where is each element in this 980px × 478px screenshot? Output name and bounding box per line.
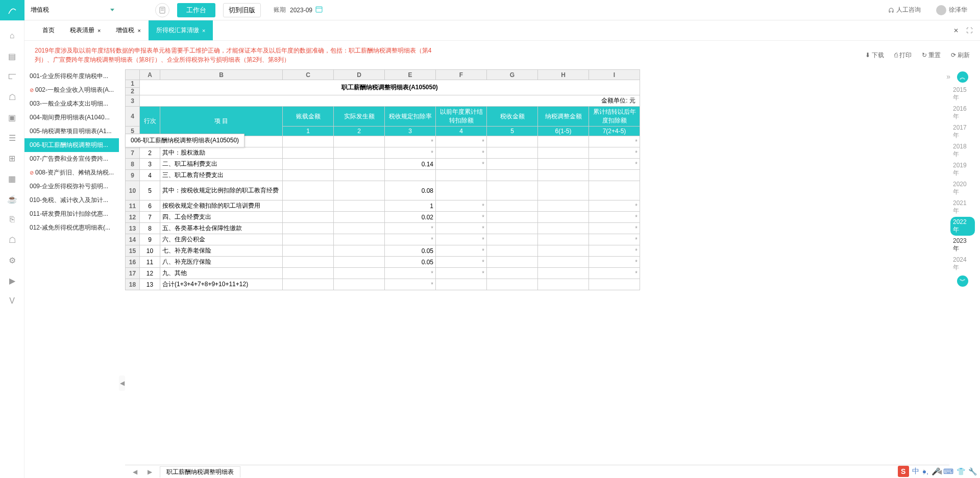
nav-clipboard-icon[interactable]: ▣ [0,107,24,128]
row-header[interactable]: 9 [126,170,140,181]
cell-c2[interactable] [334,245,385,257]
year-item[interactable]: 2016年 [950,104,975,122]
forms-list[interactable]: 001-企业所得税年度纳税申...⊘002-一般企业收入明细表(A...003-… [24,69,119,478]
app-logo[interactable] [0,0,24,20]
cell-c1[interactable] [283,257,334,268]
row-header[interactable]: 12 [126,212,140,223]
nav-gear-icon[interactable]: ⚙ [0,250,24,270]
close-icon[interactable]: × [97,28,101,34]
cell-seq[interactable]: 6 [140,200,160,212]
cell-c2[interactable] [334,159,385,170]
cell-item[interactable]: 按税收规定全额扣除的职工培训费用 [160,200,283,212]
cell-c7[interactable] [589,170,640,181]
nav-inbox-icon[interactable]: ☖ [0,230,24,250]
cell-c3[interactable]: * [385,279,436,290]
row-header[interactable]: 8 [126,159,140,170]
cell-seq[interactable]: 11 [140,257,160,268]
forms-list-item[interactable]: 010-免税、减计收入及加计... [24,193,119,207]
nav-chart-icon[interactable]: ⫍ [0,66,24,87]
cell-c1[interactable] [283,245,334,257]
cell-c4[interactable]: * [436,245,487,257]
row-header[interactable]: 7 [126,147,140,159]
cell-c7[interactable] [589,181,640,200]
cell-c6[interactable] [538,170,589,181]
nav-folder-icon[interactable]: ⎘ [0,209,24,230]
cell-c6[interactable] [538,147,589,159]
cell-seq[interactable]: 8 [140,223,160,234]
cell-item[interactable]: 五、各类基本社会保障性缴款 [160,223,283,234]
cell-item[interactable]: 合计(1+3+4+7+8+9+10+11+12) [160,279,283,290]
tab[interactable]: 首页 [35,20,62,40]
download-button[interactable]: ⬇下载 [865,51,884,60]
cell-c4[interactable] [436,181,487,200]
cell-c5[interactable] [487,223,538,234]
cell-c6[interactable] [538,212,589,223]
old-version-button[interactable]: 切到旧版 [223,3,261,17]
row-header[interactable]: 1 [126,80,140,88]
cell-c4[interactable]: * [436,268,487,279]
cell-c2[interactable] [334,223,385,234]
cell-c5[interactable] [487,200,538,212]
forms-list-item[interactable]: 009-企业所得税弥补亏损明... [24,180,119,193]
cell-c6[interactable] [538,234,589,245]
forms-list-item[interactable]: 004-期间费用明细表(A1040... [24,111,119,124]
cell-c5[interactable] [487,170,538,181]
cell-c1[interactable] [283,223,334,234]
cell-c5[interactable] [487,212,538,223]
cell-c6[interactable] [538,223,589,234]
cell-c2[interactable] [334,136,385,147]
row-header[interactable]: 13 [126,223,140,234]
cell-c1[interactable] [283,200,334,212]
cell-c4[interactable]: * [436,223,487,234]
nav-list-icon[interactable]: ☰ [0,128,24,148]
cell-c6[interactable] [538,200,589,212]
cell-c4[interactable]: * [436,257,487,268]
tab[interactable]: 税表清册× [62,20,108,40]
nav-current-icon[interactable]: ☕ [0,189,24,209]
cell-c4[interactable] [436,279,487,290]
cell-c6[interactable] [538,245,589,257]
cell-c2[interactable] [334,234,385,245]
forms-list-item[interactable]: 006-职工薪酬纳税调整明细... [24,138,119,152]
cell-c1[interactable] [283,159,334,170]
cell-c4[interactable]: * [436,147,487,159]
year-item[interactable]: 2024年 [950,255,975,273]
cell-c2[interactable] [334,181,385,200]
forms-list-item[interactable]: 005-纳税调整项目明细表(A1... [24,124,119,138]
cell-c3[interactable]: * [385,223,436,234]
cell-c4[interactable] [436,170,487,181]
cell-c7[interactable]: * [589,234,640,245]
cell-c1[interactable] [283,147,334,159]
year-item[interactable]: 2020年 [950,179,975,198]
cell-c5[interactable] [487,245,538,257]
col-header[interactable]: G [487,70,538,80]
year-item[interactable]: 2023年 [950,236,975,255]
col-header[interactable]: B [160,70,283,80]
consult-link[interactable]: 人工咨询 [888,6,921,14]
cell-c6[interactable] [538,136,589,147]
cell-c1[interactable] [283,181,334,200]
cell-c3[interactable] [385,170,436,181]
cell-c4[interactable]: * [436,159,487,170]
cell-c7[interactable]: * [589,136,640,147]
tab[interactable]: 增值税× [108,20,148,40]
cell-c6[interactable] [538,279,589,290]
tax-type-dropdown[interactable]: 增值税 [31,6,114,14]
row-header[interactable]: 18 [126,279,140,290]
spreadsheet-grid[interactable]: ABCDEFGHI1职工薪酬纳税调整明细表(A105050)23金额单位: 元4… [125,69,949,465]
year-item[interactable]: 2021年 [950,198,975,217]
cell-c1[interactable] [283,170,334,181]
cell-c6[interactable] [538,257,589,268]
cell-c2[interactable] [334,212,385,223]
period-value[interactable]: 2023-09 [290,7,312,14]
row-header[interactable]: 14 [126,234,140,245]
cell-c5[interactable] [487,234,538,245]
ime-skin-icon[interactable]: 👕 [957,467,965,475]
cell-seq[interactable]: 13 [140,279,160,290]
cell-item[interactable]: 其中：按税收规定比例扣除的职工教育经费 [160,181,283,200]
workbench-button[interactable]: 工作台 [177,3,215,17]
nav-doc-icon[interactable]: ▤ [0,46,24,66]
ime-logo-icon[interactable]: S [898,466,909,477]
col-header[interactable]: D [334,70,385,80]
cell-c7[interactable]: * [589,200,640,212]
